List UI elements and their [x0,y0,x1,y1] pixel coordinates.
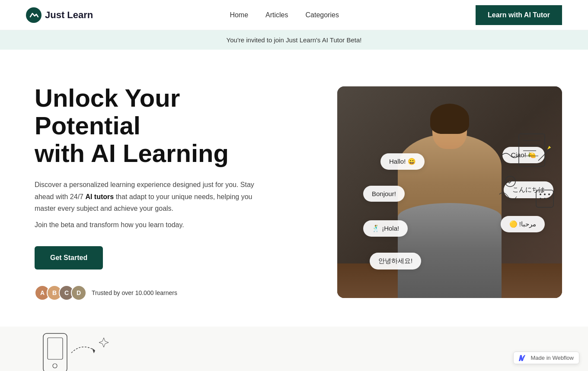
webflow-logo-icon [519,355,527,361]
bottom-section [0,327,588,371]
nav-links: Home Articles Categories [230,11,339,19]
hero-section: Unlock Your Potential with AI Learning D… [0,50,588,327]
banner-text: You're invited to join Just Learn's AI T… [227,36,362,44]
logo-text: Just Learn [45,10,93,21]
svg-rect-17 [48,338,63,359]
nav-categories[interactable]: Categories [306,11,339,19]
svg-point-18 [53,364,57,368]
trust-row: A B C D Trusted by over 10.000 learners [35,285,259,301]
learn-with-ai-tutor-button[interactable]: Learn with AI Tutor [476,5,562,25]
svg-marker-19 [92,348,95,353]
trust-text: Trusted by over 10.000 learners [92,289,177,296]
hero-title: Unlock Your Potential with AI Learning [35,84,259,167]
hero-left: Unlock Your Potential with AI Learning D… [35,84,259,301]
hero-desc-strong: AI tutors [85,193,114,200]
nav-articles[interactable]: Articles [265,11,288,19]
logo-area[interactable]: Just Learn [26,7,93,23]
webflow-badge[interactable]: Made in Webflow [513,352,579,364]
avatar-group: A B C D [35,285,86,301]
hero-image: Hallo! 😀 Ciao! 🍋 Bonjour! こんにちは 🕺 ¡Hola!… [337,86,562,298]
avatar-4: D [71,285,86,301]
webflow-badge-text: Made in Webflow [531,355,574,361]
hero-right: Hallo! 😀 Ciao! 🍋 Bonjour! こんにちは 🕺 ¡Hola!… [337,86,562,298]
hero-description-1: Discover a personalized learning experie… [35,179,259,214]
logo-icon [26,7,42,23]
get-started-button[interactable]: Get Started [35,246,103,270]
svg-rect-16 [43,333,67,371]
hero-description-2: Join the beta and transform how you lear… [35,221,259,229]
bottom-doodle [35,329,130,371]
announcement-banner: You're invited to join Just Learn's AI T… [0,30,588,50]
navbar: Just Learn Home Articles Categories Lear… [0,0,588,30]
nav-home[interactable]: Home [230,11,248,19]
